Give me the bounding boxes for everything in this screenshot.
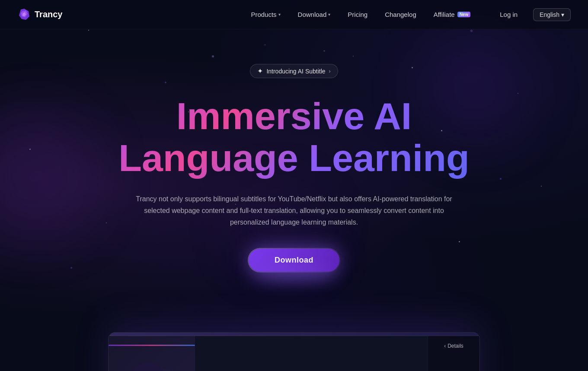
speaker-silhouette [130, 362, 165, 371]
preview-section: that earn less than a dollar a day " pre… [0, 332, 588, 371]
wave-accent [109, 345, 195, 346]
preview-card: that earn less than a dollar a day " pre… [108, 332, 480, 371]
nav-download[interactable]: Download ▾ [291, 7, 338, 22]
products-chevron-icon: ▾ [278, 12, 281, 17]
nav-affiliate[interactable]: Affiliate New [427, 7, 477, 22]
nav-pricing[interactable]: Pricing [341, 7, 374, 22]
logo-icon [17, 8, 31, 22]
nav-products[interactable]: Products ▾ [244, 7, 287, 22]
nav-links: Products ▾ Download ▾ Pricing Changelog … [244, 7, 477, 22]
details-label: Details [447, 343, 463, 349]
logo[interactable]: Trancy [17, 8, 62, 22]
brand-name: Trancy [35, 10, 62, 19]
hero-container: ✦ Introducing AI Subtitle › Immersive AI… [9, 64, 579, 272]
login-link[interactable]: Log in [491, 7, 526, 22]
download-button-wrapper: Download [249, 249, 339, 272]
preview-inner: that earn less than a dollar a day " pre… [109, 336, 479, 371]
badge-text: Introducing AI Subtitle [266, 68, 325, 75]
hero-title: Immersive AI Language Learning [118, 95, 470, 179]
language-label: English [540, 11, 559, 18]
badge-arrow-icon: › [329, 68, 331, 74]
affiliate-new-badge: New [457, 12, 471, 17]
details-panel: ‹ Details [428, 336, 479, 371]
card-top-bar [109, 333, 479, 336]
hero-title-line1: Immersive AI [176, 95, 412, 137]
download-chevron-icon: ▾ [328, 12, 330, 17]
subtitle-bar: that earn less than a dollar a day " pre… [195, 336, 428, 371]
hero-description: Trancy not only supports bilingual subti… [130, 193, 458, 228]
details-arrow-icon: ‹ [444, 343, 446, 349]
language-selector[interactable]: English ▾ [533, 8, 571, 21]
button-glow [251, 267, 337, 280]
hero-title-line2: Language Learning [118, 136, 470, 179]
nav-changelog[interactable]: Changelog [378, 7, 423, 22]
language-chevron-icon: ▾ [561, 11, 564, 18]
video-thumbnail-area [109, 336, 195, 371]
hero-section: ✦ Introducing AI Subtitle › Immersive AI… [0, 29, 588, 289]
intro-badge[interactable]: ✦ Introducing AI Subtitle › [250, 64, 338, 78]
details-button[interactable]: ‹ Details [444, 343, 463, 349]
badge-sparkle-icon: ✦ [257, 67, 263, 75]
navbar: Trancy Products ▾ Download ▾ Pricing Cha… [0, 0, 588, 29]
